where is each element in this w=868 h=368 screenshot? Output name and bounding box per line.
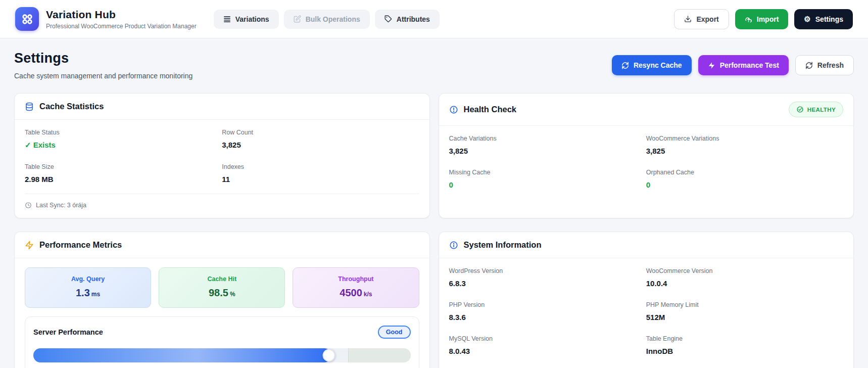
export-button[interactable]: Export bbox=[674, 9, 729, 29]
metric-value: 1.3ms bbox=[30, 287, 146, 299]
nav-bulk-operations-button[interactable]: Bulk Operations bbox=[284, 10, 370, 29]
health-check-header: Health Check HEALTHY bbox=[439, 94, 854, 126]
brand: Variation Hub Professional WooCommerce P… bbox=[15, 7, 197, 31]
field-value: 2.98 MB bbox=[25, 175, 222, 183]
server-performance-title: Server Performance bbox=[33, 328, 103, 336]
field-label: Cache Variations bbox=[449, 135, 646, 142]
app-header: Variation Hub Professional WooCommerce P… bbox=[0, 0, 868, 38]
field-indexes: Indexes 11 bbox=[222, 163, 419, 183]
database-icon bbox=[25, 102, 34, 111]
slider-threshold-mark bbox=[348, 348, 349, 362]
page-head-text: Settings Cache system management and per… bbox=[14, 51, 192, 80]
field-label: Missing Cache bbox=[449, 169, 646, 176]
field-row-count: Row Count 3,825 bbox=[222, 129, 419, 150]
performance-metrics-card: Performance Metrics Avg. Query 1.3ms Cac… bbox=[14, 232, 430, 368]
performance-metrics-body: Avg. Query 1.3ms Cache Hit 98.5% Through… bbox=[15, 258, 429, 368]
list-icon bbox=[223, 15, 231, 23]
brand-text: Variation Hub Professional WooCommerce P… bbox=[46, 9, 197, 30]
last-sync: Last Sync: 3 órája bbox=[25, 194, 419, 209]
alert-circle-icon bbox=[449, 105, 458, 114]
slider-fill bbox=[33, 348, 331, 362]
field-table-status: Table Status ✓ Exists bbox=[25, 129, 222, 150]
clock-icon bbox=[25, 202, 32, 209]
field-label: Indexes bbox=[222, 163, 419, 170]
nav-bulk-operations-label: Bulk Operations bbox=[306, 15, 360, 23]
health-check-body: Cache Variations 3,825 WooCommerce Varia… bbox=[439, 126, 854, 198]
cards-grid: Cache Statistics Table Status ✓ Exists R… bbox=[14, 93, 854, 368]
cache-statistics-body: Table Status ✓ Exists Row Count 3,825 Ta… bbox=[15, 120, 429, 218]
metric-cache-hit: Cache Hit 98.5% bbox=[159, 267, 285, 308]
field-value: InnoDB bbox=[646, 347, 843, 355]
slider-track-right bbox=[348, 348, 410, 362]
resync-cache-button[interactable]: Resync Cache bbox=[612, 55, 692, 75]
field-table-size: Table Size 2.98 MB bbox=[25, 163, 222, 183]
field-value: 6.8.3 bbox=[449, 279, 646, 288]
performance-test-label: Performance Test bbox=[720, 61, 779, 69]
grid-icon bbox=[21, 13, 34, 26]
field-cache-variations: Cache Variations 3,825 bbox=[449, 135, 646, 155]
field-value: 512M bbox=[646, 313, 843, 321]
field-label: Orphaned Cache bbox=[646, 169, 843, 176]
field-php-memory-limit: PHP Memory Limit 512M bbox=[646, 301, 843, 321]
server-performance-slider[interactable] bbox=[33, 348, 411, 362]
refresh-icon bbox=[805, 62, 813, 69]
health-check-title: Health Check bbox=[464, 105, 517, 114]
nav-attributes-button[interactable]: Attributes bbox=[375, 10, 440, 29]
settings-button[interactable]: ⚙ Settings bbox=[794, 9, 853, 29]
zap-icon bbox=[25, 241, 34, 250]
tag-icon bbox=[384, 15, 392, 23]
settings-label: Settings bbox=[815, 15, 843, 23]
field-label: WooCommerce Version bbox=[646, 267, 843, 274]
system-information-title: System Information bbox=[464, 240, 542, 250]
field-value: 0 bbox=[449, 180, 646, 189]
field-label: Table Status bbox=[25, 129, 222, 136]
nav-variations-button[interactable]: Variations bbox=[214, 10, 279, 29]
metric-unit: k/s bbox=[364, 291, 372, 298]
cache-statistics-header: Cache Statistics bbox=[15, 94, 429, 120]
import-label: Import bbox=[757, 15, 779, 23]
field-value: 3,825 bbox=[222, 141, 419, 149]
metric-label: Throughput bbox=[298, 275, 413, 283]
app-subtitle: Professional WooCommerce Product Variati… bbox=[46, 23, 197, 30]
field-missing-cache: Missing Cache 0 bbox=[449, 169, 646, 189]
header-actions: Export Import ⚙ Settings bbox=[674, 9, 853, 29]
cache-statistics-fields: Table Status ✓ Exists Row Count 3,825 Ta… bbox=[25, 129, 419, 183]
slider-knob[interactable] bbox=[322, 349, 335, 362]
metric-value: 98.5% bbox=[164, 287, 279, 299]
refresh-button[interactable]: Refresh bbox=[795, 55, 854, 75]
field-orphaned-cache: Orphaned Cache 0 bbox=[646, 169, 843, 189]
metric-label: Avg. Query bbox=[30, 275, 146, 283]
page-subtitle: Cache system management and performance … bbox=[14, 72, 192, 80]
field-woocommerce-version: WooCommerce Version 10.0.4 bbox=[646, 267, 843, 288]
field-value: 0 bbox=[646, 180, 843, 189]
cache-statistics-title: Cache Statistics bbox=[39, 102, 104, 111]
metric-tiles: Avg. Query 1.3ms Cache Hit 98.5% Through… bbox=[25, 267, 419, 308]
field-label: PHP Version bbox=[449, 301, 646, 308]
performance-metrics-header: Performance Metrics bbox=[15, 232, 429, 258]
healthy-status-badge: HEALTHY bbox=[789, 102, 843, 117]
metric-label: Cache Hit bbox=[164, 275, 279, 283]
field-label: WordPress Version bbox=[449, 267, 646, 274]
performance-test-button[interactable]: Performance Test bbox=[698, 55, 789, 75]
resync-cache-label: Resync Cache bbox=[634, 61, 682, 69]
refresh-label: Refresh bbox=[817, 61, 844, 69]
upload-icon bbox=[745, 15, 752, 23]
system-information-card: System Information WordPress Version 6.8… bbox=[439, 232, 854, 368]
page-actions: Resync Cache Performance Test Refresh bbox=[612, 55, 854, 75]
nav-attributes-label: Attributes bbox=[397, 15, 430, 23]
metric-avg-query: Avg. Query 1.3ms bbox=[25, 267, 151, 308]
main-nav: Variations Bulk Operations Attributes bbox=[214, 10, 440, 29]
app-title: Variation Hub bbox=[46, 9, 197, 21]
metric-unit: % bbox=[230, 291, 235, 298]
field-value: 3,825 bbox=[646, 147, 843, 155]
last-sync-text: Last Sync: 3 órája bbox=[36, 202, 86, 209]
system-information-fields: WordPress Version 6.8.3 WooCommerce Vers… bbox=[449, 267, 844, 355]
edit-icon bbox=[294, 15, 301, 23]
field-mysql-version: MySQL Version 8.0.43 bbox=[449, 335, 646, 355]
import-button[interactable]: Import bbox=[735, 9, 789, 29]
nav-variations-label: Variations bbox=[235, 15, 269, 23]
system-information-header: System Information bbox=[439, 232, 854, 258]
export-label: Export bbox=[696, 15, 718, 23]
page-title: Settings bbox=[14, 51, 192, 66]
field-value: 3,825 bbox=[449, 147, 646, 155]
